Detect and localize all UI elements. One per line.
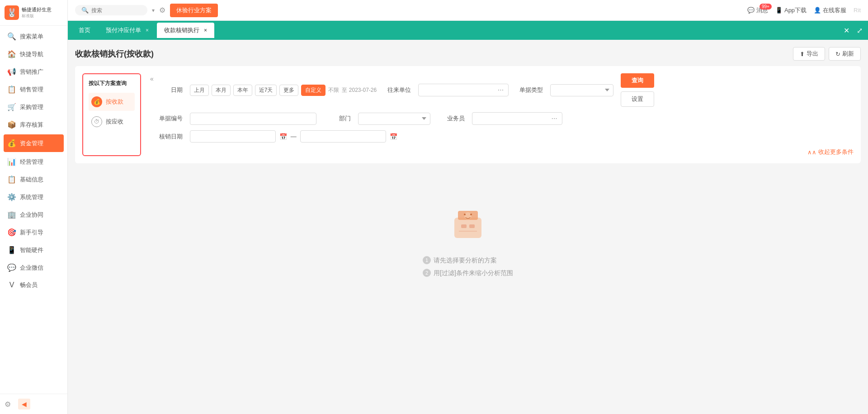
staff-label: 业务员 bbox=[438, 114, 465, 123]
date-to-display: 至 2023-07-26 bbox=[342, 86, 377, 94]
operation-icon: 📊 bbox=[7, 157, 16, 166]
sidebar-item-operation[interactable]: 📊 经营管理 bbox=[0, 153, 67, 171]
collapse-chevron-icon: ∧∧ bbox=[807, 149, 816, 156]
logo-icon: 🐰 bbox=[5, 5, 19, 20]
sidebar-item-enterprise[interactable]: 🏢 企业协同 bbox=[0, 206, 67, 224]
tab-prepay-label: 预付冲应付单 bbox=[106, 26, 141, 34]
date-btn-this-year[interactable]: 本年 bbox=[233, 85, 252, 96]
doc-number-label: 单据编号 bbox=[156, 114, 183, 123]
export-icon: ⬆ bbox=[800, 51, 805, 57]
date-btn-this-month[interactable]: 本月 bbox=[212, 85, 231, 96]
date-btn-last-month[interactable]: 上月 bbox=[190, 85, 209, 96]
dept-select[interactable] bbox=[358, 113, 430, 125]
refresh-icon: ↻ bbox=[835, 51, 840, 57]
svg-rect-0 bbox=[454, 218, 481, 238]
home-icon: 🏠 bbox=[7, 50, 16, 58]
query-type-by-receivable[interactable]: ⏱ 按应收 bbox=[89, 113, 135, 131]
sidebar-item-member[interactable]: V 畅会员 bbox=[0, 276, 67, 294]
filter-settings-button[interactable]: 设置 bbox=[621, 91, 654, 107]
topbar-right: 💬 消息 99+ 📱 App下载 👤 在线客服 Rit bbox=[747, 6, 861, 14]
sidebar-item-marketing[interactable]: 📢 营销推广 bbox=[0, 63, 67, 81]
date-btn-more[interactable]: 更多 bbox=[279, 85, 298, 96]
sidebar-item-basic[interactable]: 📋 基础信息 bbox=[0, 171, 67, 188]
verify-date-start[interactable]: 2023-03-01 bbox=[190, 130, 276, 143]
main-content: 收款核销执行(按收款) ⬆ 导出 ↻ 刷新 按以下方案查询 💰 按收款 bbox=[68, 40, 868, 414]
search-box-icon: 🔍 bbox=[81, 7, 89, 14]
sidebar-logo: 🐰 畅捷通好生意 标准版 bbox=[0, 0, 67, 26]
verify-date-end[interactable]: 2023-07-21 bbox=[300, 130, 386, 143]
sidebar-item-label: 畅会员 bbox=[20, 281, 38, 289]
main-area: 🔍 ▾ ⚙ 休验行业方案 💬 消息 99+ 📱 App下载 👤 在线客服 Rit bbox=[68, 0, 868, 414]
topbar: 🔍 ▾ ⚙ 休验行业方案 💬 消息 99+ 📱 App下载 👤 在线客服 Rit bbox=[68, 0, 868, 21]
tab-receipt-label: 收款核销执行 bbox=[164, 26, 199, 34]
tab-prepay-close[interactable]: × bbox=[146, 27, 149, 33]
collapse-panel-btn[interactable]: « bbox=[148, 73, 156, 84]
member-icon: V bbox=[7, 281, 16, 289]
hardware-icon: 📱 bbox=[7, 246, 16, 254]
date-btn-last7days[interactable]: 近7天 bbox=[255, 85, 277, 96]
cal-end-icon[interactable]: 📅 bbox=[390, 133, 397, 140]
doc-number-input[interactable] bbox=[190, 113, 316, 125]
refresh-label: 刷新 bbox=[842, 50, 854, 58]
sidebar-item-finance[interactable]: 💰 资金管理 bbox=[4, 134, 64, 152]
receivable-type-icon: ⏱ bbox=[91, 116, 102, 127]
online-service-btn[interactable]: 👤 在线客服 bbox=[814, 6, 846, 14]
guide-icon: 🎯 bbox=[7, 228, 16, 237]
export-label: 导出 bbox=[807, 50, 818, 58]
app-download-label: App下载 bbox=[784, 6, 807, 14]
collapse-more-btn[interactable]: ∧∧ 收起更多条件 bbox=[807, 148, 854, 156]
settings-icon[interactable]: ⚙ bbox=[159, 6, 165, 14]
page-title: 收款核销执行(按收款) bbox=[75, 48, 154, 59]
sidebar-item-label: 企业微信 bbox=[20, 264, 43, 272]
svg-rect-6 bbox=[469, 224, 475, 228]
search-button[interactable]: 查询 bbox=[621, 73, 654, 88]
tab-receipt-close[interactable]: × bbox=[204, 27, 207, 33]
refresh-button[interactable]: ↻ 刷新 bbox=[829, 47, 861, 61]
receipt-type-icon: 💰 bbox=[91, 96, 102, 107]
search-box[interactable]: 🔍 bbox=[75, 5, 147, 15]
staff-input[interactable]: ··· bbox=[472, 112, 562, 125]
empty-tip-2-text: 用[过滤]条件来缩小分析范围 bbox=[434, 266, 513, 279]
logo-badge: 标准版 bbox=[22, 13, 52, 19]
sidebar-nav: 🔍 搜索菜单 🏠 快捷导航 📢 营销推广 📋 销售管理 🛒 采购管理 📦 库存核… bbox=[0, 26, 67, 394]
app-download-btn[interactable]: 📱 App下载 bbox=[775, 6, 807, 14]
solution-button[interactable]: 休验行业方案 bbox=[170, 4, 218, 17]
sidebar-item-label: 销售管理 bbox=[20, 86, 43, 94]
sidebar-item-inventory[interactable]: 📦 库存核算 bbox=[0, 116, 67, 133]
sidebar-item-wechat[interactable]: 💬 企业微信 bbox=[0, 259, 67, 276]
partner-input[interactable]: ··· bbox=[418, 84, 509, 96]
sidebar-item-search[interactable]: 🔍 搜索菜单 bbox=[0, 28, 67, 45]
sidebar-item-system[interactable]: ⚙️ 系统管理 bbox=[0, 188, 67, 206]
sidebar-item-guide[interactable]: 🎯 新手引导 bbox=[0, 224, 67, 241]
tab-receipt-verify[interactable]: 收款核销执行 × bbox=[157, 23, 214, 38]
date-label: 日期 bbox=[156, 86, 183, 94]
messages-btn[interactable]: 💬 消息 99+ bbox=[747, 6, 768, 14]
tab-expand-btn[interactable]: ⤢ bbox=[855, 24, 864, 37]
tab-home[interactable]: 首页 bbox=[71, 23, 98, 38]
action-buttons: 查询 设置 bbox=[621, 73, 654, 107]
cal-start-icon[interactable]: 📅 bbox=[279, 133, 287, 140]
export-button[interactable]: ⬆ 导出 bbox=[793, 47, 825, 61]
sidebar-item-label: 智能硬件 bbox=[20, 246, 43, 254]
sidebar-item-label: 库存核算 bbox=[20, 121, 43, 129]
dropdown-icon[interactable]: ▾ bbox=[152, 7, 155, 14]
date-btn-custom[interactable]: 自定义 bbox=[301, 85, 326, 96]
settings-bottom-icon[interactable]: ⚙ bbox=[5, 400, 11, 409]
sidebar-item-label: 营销推广 bbox=[20, 68, 43, 76]
user-name[interactable]: Rit bbox=[854, 7, 861, 14]
svg-point-3 bbox=[464, 214, 466, 215]
empty-tip-2: 2 用[过滤]条件来缩小分析范围 bbox=[423, 266, 513, 279]
sidebar-item-sales[interactable]: 📋 销售管理 bbox=[0, 81, 67, 98]
filter-form: 日期 上月 本月 本年 近7天 更多 自定义 不限 至 2023-07-26 往… bbox=[156, 73, 854, 156]
tab-prepay[interactable]: 预付冲应付单 × bbox=[99, 23, 156, 38]
sidebar-item-hardware[interactable]: 📱 智能硬件 bbox=[0, 241, 67, 259]
doc-type-select[interactable] bbox=[550, 84, 613, 96]
tabs-actions: ✕ ⤢ bbox=[842, 24, 864, 37]
sidebar-item-quick-nav[interactable]: 🏠 快捷导航 bbox=[0, 45, 67, 63]
search-input[interactable] bbox=[91, 7, 137, 14]
tab-close-window-btn[interactable]: ✕ bbox=[842, 24, 851, 37]
sidebar-item-purchase[interactable]: 🛒 采购管理 bbox=[0, 98, 67, 116]
query-type-receivable-label: 按应收 bbox=[106, 118, 123, 126]
sidebar-collapse-button[interactable]: ◀ bbox=[18, 399, 30, 409]
query-type-by-receipt[interactable]: 💰 按收款 bbox=[89, 93, 135, 111]
